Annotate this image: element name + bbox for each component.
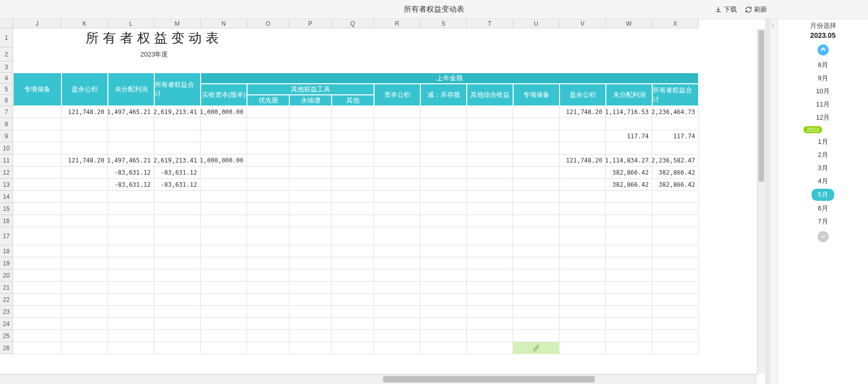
cell-R19[interactable] (374, 257, 420, 269)
cell-R14[interactable] (374, 191, 420, 203)
cell-J9[interactable] (13, 130, 61, 142)
cell-Q20[interactable] (332, 269, 374, 282)
cell-O25[interactable] (247, 330, 289, 342)
cell-R26[interactable] (374, 342, 420, 354)
cell-N15[interactable] (201, 203, 247, 215)
cell-M20[interactable] (154, 269, 201, 282)
cell-L13[interactable]: -83,631.12 (108, 179, 154, 191)
cell-U20[interactable] (513, 269, 560, 282)
cell-W9[interactable]: 117.74 (606, 130, 652, 142)
cell-M12[interactable]: -83,631.12 (154, 167, 201, 179)
cell-M13[interactable]: -83,631.12 (154, 179, 201, 191)
cell-M26[interactable] (154, 342, 201, 354)
cell-M8[interactable] (154, 118, 201, 130)
cell-J25[interactable] (13, 330, 61, 342)
cell-K14[interactable] (61, 191, 108, 203)
cell-N7[interactable]: 1,000,000.00 (201, 106, 247, 118)
cell-R21[interactable] (374, 282, 420, 294)
cell-M17[interactable] (154, 227, 201, 245)
col-header-J[interactable]: J (13, 19, 61, 28)
cell-Q11[interactable] (332, 154, 374, 167)
cell-M21[interactable] (154, 282, 201, 294)
row-header-3[interactable]: 3 (0, 62, 13, 73)
cell-V20[interactable] (560, 269, 606, 282)
cell-R17[interactable] (374, 227, 420, 245)
col-header-M[interactable]: M (154, 19, 201, 28)
cell-J11[interactable] (13, 154, 61, 167)
cell-U21[interactable] (513, 282, 560, 294)
cell-P14[interactable] (289, 191, 332, 203)
cell-P24[interactable] (289, 318, 332, 330)
cell-M19[interactable] (154, 257, 201, 269)
cell-X17[interactable] (652, 227, 699, 245)
cell-T21[interactable] (467, 282, 513, 294)
cell-R15[interactable] (374, 203, 420, 215)
cell-V12[interactable] (560, 167, 606, 179)
cell-O20[interactable] (247, 269, 289, 282)
cell-R13[interactable] (374, 179, 420, 191)
cell-S14[interactable] (420, 191, 467, 203)
cell-V19[interactable] (560, 257, 606, 269)
cell-J20[interactable] (13, 269, 61, 282)
cell-V18[interactable] (560, 245, 606, 257)
cell-O26[interactable] (247, 342, 289, 354)
cell-R11[interactable] (374, 154, 420, 167)
cell-U11[interactable] (513, 154, 560, 167)
cell-X18[interactable] (652, 245, 699, 257)
cell-U25[interactable] (513, 330, 560, 342)
cell-X24[interactable] (652, 318, 699, 330)
cell-Q7[interactable] (332, 106, 374, 118)
cell-W20[interactable] (606, 269, 652, 282)
cell-V15[interactable] (560, 203, 606, 215)
cell-S18[interactable] (420, 245, 467, 257)
cell-U15[interactable] (513, 203, 560, 215)
cell-T8[interactable] (467, 118, 513, 130)
cell-K18[interactable] (61, 245, 108, 257)
cell-L9[interactable] (108, 130, 154, 142)
cell-U23[interactable] (513, 306, 560, 318)
cell-T10[interactable] (467, 142, 513, 154)
cell-W10[interactable] (606, 142, 652, 154)
cell-W8[interactable] (606, 118, 652, 130)
cell-V16[interactable] (560, 215, 606, 227)
cell-R23[interactable] (374, 306, 420, 318)
cell-S11[interactable] (420, 154, 467, 167)
cell-X10[interactable] (652, 142, 699, 154)
cell-O22[interactable] (247, 294, 289, 306)
cell-U24[interactable] (513, 318, 560, 330)
cell-Q9[interactable] (332, 130, 374, 142)
cell-N21[interactable] (201, 282, 247, 294)
cell-U22[interactable] (513, 294, 560, 306)
col-header-V[interactable]: V (560, 19, 606, 28)
cell-Q24[interactable] (332, 318, 374, 330)
cell-S7[interactable] (420, 106, 467, 118)
cell-K17[interactable] (61, 227, 108, 245)
cell-K19[interactable] (61, 257, 108, 269)
cell-L22[interactable] (108, 294, 154, 306)
col-header-Q[interactable]: Q (332, 19, 374, 28)
cell-L23[interactable] (108, 306, 154, 318)
row-header-6[interactable]: 6 (0, 95, 13, 106)
cell-Q14[interactable] (332, 191, 374, 203)
cell-N9[interactable] (201, 130, 247, 142)
cell-S9[interactable] (420, 130, 467, 142)
row-header-12[interactable]: 12 (0, 167, 13, 179)
cell-S21[interactable] (420, 282, 467, 294)
cell-S22[interactable] (420, 294, 467, 306)
cell-S12[interactable] (420, 167, 467, 179)
cell-U19[interactable] (513, 257, 560, 269)
cell-V22[interactable] (560, 294, 606, 306)
cell-M11[interactable]: 2,619,213.41 (154, 154, 201, 167)
cell-U10[interactable] (513, 142, 560, 154)
cell-P19[interactable] (289, 257, 332, 269)
cell-R22[interactable] (374, 294, 420, 306)
cell-O19[interactable] (247, 257, 289, 269)
cell-L11[interactable]: 1,497,465.21 (108, 154, 154, 167)
cell-O11[interactable] (247, 154, 289, 167)
col-header-L[interactable]: L (108, 19, 154, 28)
cell-W15[interactable] (606, 203, 652, 215)
cell-P21[interactable] (289, 282, 332, 294)
cell-T19[interactable] (467, 257, 513, 269)
col-header-U[interactable]: U (513, 19, 560, 28)
cell-S19[interactable] (420, 257, 467, 269)
